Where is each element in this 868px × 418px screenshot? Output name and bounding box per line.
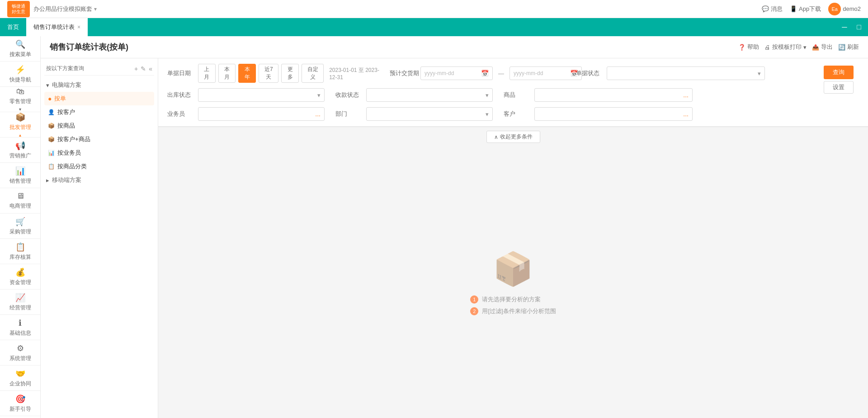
tree-panel-header: 按以下方案查询 + ✎ « bbox=[44, 62, 154, 76]
status-select-chevron: ▾ bbox=[758, 70, 761, 77]
outbound-label: 出库状态 bbox=[167, 91, 194, 99]
sidebar-item-appcenter[interactable]: 📱 应用中心 bbox=[0, 416, 40, 418]
customer-select[interactable]: ... bbox=[534, 107, 693, 121]
filter-row-2: 出库状态 ▾ 收款状态 bbox=[167, 88, 818, 102]
sidebar-item-nav[interactable]: ⚡ 快捷导航 bbox=[0, 62, 40, 87]
salesman-select[interactable]: ... bbox=[198, 107, 325, 121]
date-btn-this-month[interactable]: 本月 bbox=[218, 64, 236, 83]
sidebar-marketing-label: 营销推广 bbox=[9, 152, 31, 160]
sidebar-item-inventory[interactable]: 📋 库存核算 bbox=[0, 239, 40, 264]
tip1-num: 1 bbox=[470, 295, 478, 304]
export-btn[interactable]: 📤 导出 bbox=[812, 43, 833, 51]
refresh-btn[interactable]: 🔄 刷新 bbox=[838, 43, 859, 51]
tree-collapse-btn[interactable]: « bbox=[149, 65, 152, 72]
message-btn[interactable]: 💬 消息 bbox=[762, 5, 783, 13]
tree-item-by-order[interactable]: ● 按单 bbox=[44, 92, 154, 105]
tree-pc-group[interactable]: ▾ 电脑端方案 bbox=[44, 78, 154, 92]
date-btn-last-month[interactable]: 上月 bbox=[198, 64, 216, 83]
user-menu[interactable]: Ea demo2 bbox=[828, 3, 861, 15]
date-btn-more[interactable]: 更多 bbox=[281, 64, 299, 83]
tab-home[interactable]: 首页 bbox=[0, 18, 26, 36]
dept-select[interactable]: ▾ bbox=[366, 107, 493, 121]
topbar-left: 畅捷通好生意 办公用品行业模拟账套 ▾ bbox=[7, 1, 97, 17]
customer-field: 客户 ... bbox=[504, 107, 818, 121]
tree-customer-icon: 👤 bbox=[48, 109, 55, 115]
app-title-select[interactable]: 办公用品行业模拟账套 ▾ bbox=[33, 5, 97, 13]
tab-close-icon[interactable]: × bbox=[77, 24, 80, 30]
empty-icon: 📦 bbox=[493, 250, 533, 288]
date-btn-this-year[interactable]: 本年 bbox=[238, 64, 256, 83]
sidebar-item-search[interactable]: 🔍 搜索菜单 bbox=[0, 36, 40, 62]
system-icon: ⚙ bbox=[17, 343, 24, 353]
sidebar-purchase-label: 采购管理 bbox=[9, 228, 31, 236]
tip2-num: 2 bbox=[470, 307, 478, 315]
sidebar-item-operation[interactable]: 📈 经营管理 bbox=[0, 290, 40, 315]
tree-item-by-salesman[interactable]: 📊 按业务员 bbox=[44, 146, 154, 160]
tree-edit-btn[interactable]: ✎ bbox=[141, 65, 146, 72]
sidebar-item-wholesale[interactable]: 📦 批发管理 ▴ bbox=[0, 112, 40, 138]
tree-pc-label: 电脑端方案 bbox=[52, 81, 81, 89]
collapse-btn[interactable]: ∧ 收起更多条件 bbox=[486, 131, 540, 143]
tree-item-by-category[interactable]: 📋 按商品分类 bbox=[44, 160, 154, 173]
app-download-btn[interactable]: 📱 App下载 bbox=[790, 5, 821, 13]
sidebar-item-ecommerce[interactable]: 🖥 电商管理 bbox=[0, 188, 40, 214]
sidebar-item-purchase[interactable]: 🛒 采购管理 bbox=[0, 214, 40, 239]
collapse-bar: ∧ 收起更多条件 bbox=[158, 127, 868, 147]
tab-active[interactable]: 销售订单统计表 × bbox=[26, 18, 88, 36]
salesman-ellipsis[interactable]: ... bbox=[315, 110, 321, 118]
wholesale-arrow-icon: ▴ bbox=[19, 133, 21, 138]
expected-date-end[interactable]: yyyy-mm-dd 📅 bbox=[509, 66, 582, 80]
nav-minimize-btn[interactable]: ─ bbox=[839, 22, 850, 33]
sales-icon: 📊 bbox=[15, 166, 25, 176]
payment-select[interactable]: ▾ bbox=[366, 88, 493, 102]
app-download-label: App下载 bbox=[799, 5, 821, 13]
retail-arrow-icon: ▾ bbox=[19, 107, 21, 112]
print-icon: 🖨 bbox=[764, 44, 770, 51]
tree-panel-actions: + ✎ « bbox=[134, 65, 152, 72]
tree-item-by-customer[interactable]: 👤 按客户 bbox=[44, 105, 154, 119]
sidebar-item-sales[interactable]: 📊 销售管理 bbox=[0, 163, 40, 188]
sidebar-item-retail[interactable]: 🛍 零售管理 ▾ bbox=[0, 87, 40, 112]
goods-ellipsis[interactable]: ... bbox=[683, 91, 689, 99]
help-btn[interactable]: ❓ 帮助 bbox=[738, 43, 759, 51]
payment-label: 收款状态 bbox=[335, 91, 363, 99]
sidebar-item-basic[interactable]: ℹ 基础信息 bbox=[0, 315, 40, 340]
expected-date-field: 预计交货期 yyyy-mm-dd 📅 — yyyy-mm-dd 📅 bbox=[390, 66, 571, 80]
status-select[interactable]: ▾ bbox=[607, 66, 765, 80]
page-actions: ❓ 帮助 🖨 按模板打印 ▾ 📤 导出 🔄 刷新 bbox=[738, 43, 859, 51]
expected-date-start-text: yyyy-mm-dd bbox=[425, 70, 454, 76]
date-btn-7days[interactable]: 近7天 bbox=[259, 64, 278, 83]
help-icon: ❓ bbox=[738, 44, 745, 51]
tree-item-by-customer-goods[interactable]: 📦 按客户+商品 bbox=[44, 133, 154, 146]
outbound-field: 出库状态 ▾ bbox=[167, 88, 330, 102]
query-btn[interactable]: 查询 bbox=[824, 66, 854, 79]
calendar-icon-start: 📅 bbox=[481, 70, 489, 77]
nav-icon: ⚡ bbox=[15, 65, 25, 75]
sidebar-item-guide[interactable]: 🎯 新手引导 bbox=[0, 391, 40, 416]
purchase-icon: 🛒 bbox=[15, 217, 25, 227]
marketing-icon: 📢 bbox=[15, 141, 25, 151]
tree-item-by-goods[interactable]: 📦 按商品 bbox=[44, 119, 154, 133]
customer-ellipsis[interactable]: ... bbox=[683, 110, 689, 118]
sidebar-item-collab[interactable]: 🤝 企业协同 bbox=[0, 366, 40, 391]
nav-maximize-btn[interactable]: □ bbox=[854, 22, 864, 33]
sidebar-item-finance[interactable]: 💰 资金管理 bbox=[0, 264, 40, 290]
sidebar-basic-label: 基础信息 bbox=[9, 329, 31, 337]
tree-mobile-group[interactable]: ▸ 移动端方案 bbox=[44, 173, 154, 187]
date-btns-group: 上月 本月 本年 近7天 更多 自定义 2023-01-01 至 2023-12… bbox=[198, 64, 384, 83]
empty-tip-1: 1 请先选择要分析的方案 bbox=[470, 295, 556, 304]
filter-fields: 单据日期 上月 本月 本年 近7天 更多 自定义 2023-01-01 至 20… bbox=[167, 64, 818, 121]
date-btn-custom[interactable]: 自定义 bbox=[302, 64, 324, 83]
setting-btn[interactable]: 设置 bbox=[824, 81, 854, 94]
print-btn[interactable]: 🖨 按模板打印 ▾ bbox=[764, 43, 807, 51]
expected-date-start[interactable]: yyyy-mm-dd 📅 bbox=[420, 66, 493, 80]
sidebar-retail-label: 零售管理 bbox=[9, 98, 31, 105]
sidebar-item-system[interactable]: ⚙ 系统管理 bbox=[0, 340, 40, 366]
topbar-right: 💬 消息 📱 App下载 Ea demo2 bbox=[762, 3, 861, 15]
outbound-select[interactable]: ▾ bbox=[198, 88, 325, 102]
dept-field: 部门 ▾ bbox=[335, 107, 498, 121]
sidebar-item-marketing[interactable]: 📢 营销推广 bbox=[0, 138, 40, 163]
wholesale-icon: 📦 bbox=[15, 112, 25, 122]
tree-add-btn[interactable]: + bbox=[134, 65, 138, 72]
goods-select[interactable]: ... bbox=[534, 88, 693, 102]
